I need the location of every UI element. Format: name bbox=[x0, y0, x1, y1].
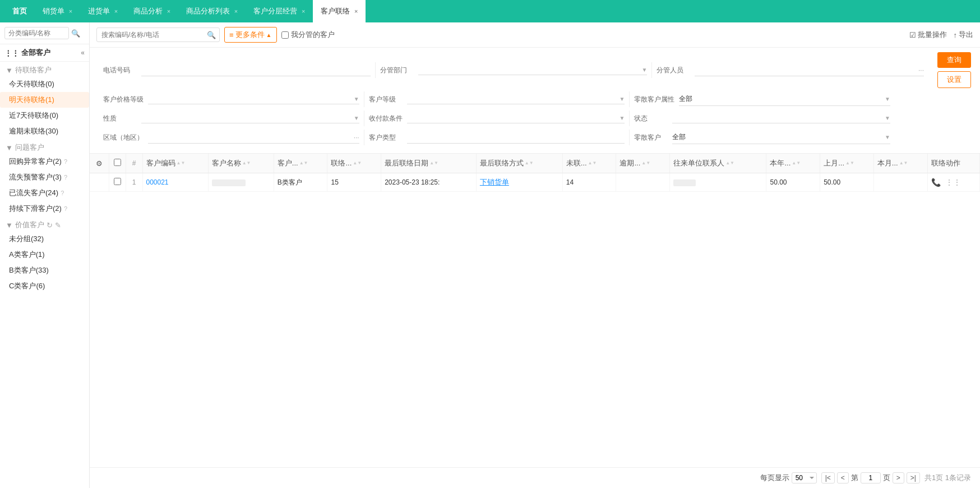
help-icon-repurchase[interactable]: ? bbox=[64, 158, 67, 165]
filter-phone-input[interactable] bbox=[141, 65, 371, 76]
export-btn[interactable]: ↑ 导出 bbox=[954, 30, 974, 40]
filter-cust-type-input[interactable] bbox=[407, 132, 625, 144]
close-goods-analysis-icon[interactable]: × bbox=[167, 8, 170, 15]
filter-scatter-cust-select[interactable]: 全部 ▼ bbox=[672, 131, 890, 144]
sort-this-month-icon[interactable]: ▲▼ bbox=[899, 161, 908, 165]
nav-home[interactable]: 首页 bbox=[4, 0, 35, 22]
nav-goods-analysis[interactable]: 商品分析 × bbox=[126, 0, 178, 22]
action-menu-icon[interactable]: ⋮⋮ bbox=[945, 178, 961, 187]
sort-last-date-icon[interactable]: ▲▼ bbox=[429, 161, 438, 165]
td-last-contact-type[interactable]: 下销货单 bbox=[476, 173, 562, 192]
sidebar-item-c-class[interactable]: C类客户(6) bbox=[0, 278, 89, 294]
filter-payment-select[interactable]: ▼ bbox=[407, 113, 625, 123]
sort-last-type-icon[interactable]: ▲▼ bbox=[525, 161, 534, 165]
select-all-checkbox[interactable] bbox=[114, 159, 121, 166]
sidebar-search-icon[interactable]: 🔍 bbox=[71, 29, 80, 38]
nav-goods-analysis-list[interactable]: 商品分析列表 × bbox=[178, 0, 246, 22]
my-customers-wrap[interactable]: 我分管的客户 bbox=[281, 30, 335, 40]
sidebar-item-today[interactable]: 今天待联络(0) bbox=[0, 76, 89, 92]
filter-more-btn[interactable]: ≡ 更多条件 ▲ bbox=[224, 27, 277, 43]
value-group-edit-icon[interactable]: ✎ bbox=[55, 221, 61, 229]
help-icon-declining[interactable]: ? bbox=[64, 205, 67, 212]
my-customers-checkbox[interactable] bbox=[281, 31, 289, 39]
td-check[interactable] bbox=[109, 173, 126, 192]
row-checkbox[interactable] bbox=[114, 178, 121, 185]
sidebar-all-customers[interactable]: ⋮⋮ 全部客户 « bbox=[0, 44, 89, 62]
last-page-btn[interactable]: >| bbox=[907, 472, 920, 484]
filter-person-dots-icon[interactable]: ··· bbox=[918, 66, 924, 74]
sidebar-item-declining[interactable]: 持续下滑客户(2) ? bbox=[0, 201, 89, 217]
sidebar-item-b-class[interactable]: B类客户(33) bbox=[0, 263, 89, 278]
th-last-contact-date[interactable]: 最后联络日期 ▲▼ bbox=[381, 154, 477, 173]
sidebar-item-7days[interactable]: 近7天待联络(0) bbox=[0, 108, 89, 123]
th-type[interactable]: 客户... ▲▼ bbox=[274, 154, 327, 173]
next-page-btn[interactable]: > bbox=[893, 472, 904, 484]
nav-sales[interactable]: 销货单 × bbox=[35, 0, 80, 22]
sidebar-search-input[interactable] bbox=[4, 27, 69, 39]
close-goods-analysis-list-icon[interactable]: × bbox=[234, 8, 238, 15]
th-last-contact-type[interactable]: 最后联络方式 ▲▼ bbox=[476, 154, 562, 173]
sort-name-icon[interactable]: ▲▼ bbox=[242, 161, 251, 165]
filter-person-select[interactable]: ··· bbox=[695, 65, 924, 76]
sort-contact-icon[interactable]: ▲▼ bbox=[353, 161, 362, 165]
sidebar-item-churn-warning[interactable]: 流失预警客户(3) ? bbox=[0, 169, 89, 185]
value-group-refresh-icon[interactable]: ↻ bbox=[47, 221, 53, 229]
sidebar-item-repurchase-abnormal[interactable]: 回购异常客户(2) ? bbox=[0, 154, 89, 169]
filter-nature-select[interactable]: ▼ bbox=[141, 113, 359, 123]
batch-btn[interactable]: ☑ 批量操作 bbox=[909, 30, 947, 40]
search-input[interactable] bbox=[96, 27, 220, 42]
th-last-month[interactable]: 上月... ▲▼ bbox=[820, 154, 874, 173]
close-customer-contact-icon[interactable]: × bbox=[354, 8, 358, 15]
help-icon-churned[interactable]: ? bbox=[61, 190, 64, 196]
sort-unit-contact-icon[interactable]: ▲▼ bbox=[725, 161, 734, 165]
last-contact-type-link[interactable]: 下销货单 bbox=[480, 178, 509, 186]
sidebar-collapse-icon[interactable]: « bbox=[81, 49, 85, 57]
th-code[interactable]: 客户编码 ▲▼ bbox=[142, 154, 208, 173]
sidebar-item-a-class[interactable]: A类客户(1) bbox=[0, 247, 89, 263]
sort-this-year-icon[interactable]: ▲▼ bbox=[792, 161, 801, 165]
page-num-input[interactable] bbox=[861, 472, 881, 484]
sort-uncontacted-icon[interactable]: ▲▼ bbox=[588, 161, 597, 165]
th-contact[interactable]: 联络... ▲▼ bbox=[327, 154, 381, 173]
sidebar-item-ungrouped[interactable]: 未分组(32) bbox=[0, 231, 89, 247]
th-check[interactable] bbox=[109, 154, 126, 173]
sidebar-item-churned[interactable]: 已流失客户(24) ? bbox=[0, 185, 89, 201]
query-btn[interactable]: 查询 bbox=[937, 52, 971, 68]
filter-region-dots-icon[interactable]: ··· bbox=[354, 133, 359, 141]
search-icon[interactable]: 🔍 bbox=[207, 31, 216, 39]
filter-status-select[interactable]: ▼ bbox=[672, 113, 890, 123]
action-call-icon[interactable]: 📞 bbox=[931, 178, 941, 187]
nav-customer-tier[interactable]: 客户分层经营 × bbox=[246, 0, 313, 22]
sort-overdue-icon[interactable]: ▲▼ bbox=[641, 161, 650, 165]
th-unit-contact[interactable]: 往来单位联系人 ▲▼ bbox=[670, 154, 766, 173]
filter-region-select[interactable]: ··· bbox=[148, 132, 359, 144]
close-customer-tier-icon[interactable]: × bbox=[302, 8, 305, 15]
filter-scatter-attr-select[interactable]: 全部 ▼ bbox=[679, 93, 890, 106]
sidebar-item-overdue[interactable]: 逾期未联络(30) bbox=[0, 123, 89, 139]
sort-code-icon[interactable]: ▲▼ bbox=[177, 161, 186, 165]
nav-customer-contact[interactable]: 客户联络 × bbox=[313, 0, 366, 22]
help-icon-churn-warning[interactable]: ? bbox=[64, 174, 67, 181]
th-overdue[interactable]: 逾期... ▲▼ bbox=[616, 154, 670, 173]
close-sales-icon[interactable]: × bbox=[69, 8, 72, 15]
th-gear[interactable]: ⚙ bbox=[90, 154, 109, 173]
page-size-select[interactable]: 50 100 200 bbox=[792, 472, 817, 484]
filter-dept-select[interactable]: ▼ bbox=[418, 65, 648, 75]
first-page-btn[interactable]: |< bbox=[821, 472, 835, 484]
sort-last-month-icon[interactable]: ▲▼ bbox=[845, 161, 854, 165]
nav-purchase[interactable]: 进货单 × bbox=[80, 0, 126, 22]
filter-cust-level-select[interactable]: ▼ bbox=[407, 94, 625, 104]
prev-page-btn[interactable]: < bbox=[837, 472, 849, 484]
th-name[interactable]: 客户名称 ▲▼ bbox=[208, 154, 274, 173]
filter-price-level-select[interactable]: ▼ bbox=[148, 94, 359, 104]
set-btn[interactable]: 设置 bbox=[937, 71, 971, 88]
th-this-month[interactable]: 本月... ▲▼ bbox=[873, 154, 927, 173]
sort-type-icon[interactable]: ▲▼ bbox=[299, 161, 308, 165]
filter-payment-arrow-icon: ▼ bbox=[619, 115, 625, 121]
th-uncontacted[interactable]: 未联... ▲▼ bbox=[562, 154, 616, 173]
sidebar-item-tomorrow[interactable]: 明天待联络(1) bbox=[0, 92, 89, 108]
close-purchase-icon[interactable]: × bbox=[114, 8, 118, 15]
td-code[interactable]: 000021 bbox=[142, 173, 208, 192]
th-this-year[interactable]: 本年... ▲▼ bbox=[766, 154, 820, 173]
gear-icon[interactable]: ⚙ bbox=[96, 159, 103, 168]
